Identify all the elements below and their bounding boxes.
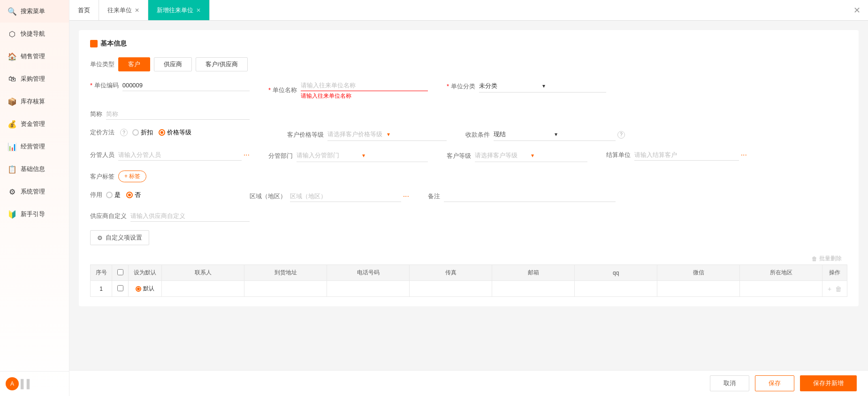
payment-terms-chevron: ▾	[555, 131, 616, 138]
row-checkbox[interactable]	[117, 285, 123, 291]
pricing-label: 定价方法	[90, 128, 114, 137]
cell-no: 1	[91, 281, 112, 297]
save-new-button[interactable]: 保存并新增	[800, 375, 857, 391]
remark-input[interactable]	[444, 191, 616, 202]
payment-terms-help-icon[interactable]: ?	[617, 131, 625, 139]
disable-yes[interactable]: 是	[106, 191, 121, 199]
finance-icon: 💰	[8, 119, 17, 129]
cell-phone[interactable]	[327, 281, 410, 297]
cancel-button[interactable]: 取消	[710, 375, 749, 391]
col-fax: 传真	[410, 265, 492, 281]
short-name-input[interactable]	[106, 109, 250, 120]
fax-input[interactable]	[414, 286, 487, 292]
col-region: 所在地区	[740, 265, 822, 281]
settlement-label: 结算单位	[606, 151, 631, 159]
close-all-tabs[interactable]: ✕	[846, 0, 868, 20]
supplier-custom-input[interactable]	[130, 210, 250, 222]
search-menu-icon: 🔍	[8, 7, 17, 16]
pricing-price-level[interactable]: 价格等级	[159, 128, 191, 137]
manager-more-btn[interactable]: ···	[244, 151, 250, 159]
custom-settings-button[interactable]: ⚙ 自定义项设置	[90, 230, 149, 245]
sidebar-item-search[interactable]: 🔍 搜索菜单	[0, 0, 69, 23]
unit-code-label: 单位编码	[90, 81, 119, 90]
section-title-icon	[90, 40, 98, 47]
address-input[interactable]	[249, 286, 322, 292]
sidebar-item-sales[interactable]: 🏠 销售管理	[0, 45, 69, 68]
customer-tag-label: 客户标签	[90, 172, 114, 181]
cell-wechat[interactable]	[657, 281, 740, 297]
department-field: 分管部门 请输入分管部门 ▾	[268, 149, 428, 162]
region-input[interactable]	[290, 191, 401, 202]
col-phone: 电话号码	[327, 265, 410, 281]
remark-label: 备注	[428, 192, 440, 201]
manager-input[interactable]	[118, 149, 242, 161]
sidebar-item-system[interactable]: ⚙ 系统管理	[0, 180, 69, 203]
sidebar-item-guide[interactable]: 🔰 新手引导	[0, 203, 69, 225]
default-radio[interactable]	[136, 286, 141, 292]
sidebar-item-finance[interactable]: 💰 资金管理	[0, 113, 69, 135]
payment-terms-select[interactable]: 现结 ▾	[494, 128, 616, 141]
unit-type-both[interactable]: 客户/供应商	[196, 57, 248, 71]
tab-add-unit-close[interactable]: ✕	[196, 8, 201, 13]
unit-category-select[interactable]: 未分类 ▾	[479, 80, 606, 93]
table-header: 序号 设为默认 联系人 到货地址 电话号码 传真 邮箱 qq 微信 所在地区 操…	[91, 265, 847, 281]
unit-type-group: 客户 供应商 客户/供应商	[118, 57, 248, 71]
cell-region[interactable]	[740, 281, 822, 297]
tab-transaction-units-close[interactable]: ✕	[135, 8, 139, 13]
sidebar-item-inventory[interactable]: 📦 库存核算	[0, 90, 69, 113]
sidebar-bottom: A ▌▌	[0, 371, 69, 396]
sidebar-item-operations[interactable]: 📊 经营管理	[0, 135, 69, 158]
cell-address[interactable]	[244, 281, 327, 297]
phone-input[interactable]	[332, 286, 404, 292]
save-button[interactable]: 保存	[755, 375, 794, 391]
cell-qq[interactable]	[575, 281, 657, 297]
unit-type-supplier[interactable]: 供应商	[154, 57, 192, 71]
sidebar-item-purchase[interactable]: 🛍 采购管理	[0, 68, 69, 90]
short-name-label: 简称	[90, 110, 102, 118]
settlement-input[interactable]	[634, 149, 739, 161]
pricing-help-icon[interactable]: ?	[120, 129, 128, 136]
region-more-btn[interactable]: ···	[403, 192, 409, 201]
qq-input[interactable]	[579, 286, 652, 292]
customer-level-select[interactable]: 请选择客户等级 ▾	[475, 149, 587, 162]
disable-region-row: 停用 是 否 区域（地区）	[90, 191, 847, 202]
customer-price-level-select[interactable]: 请选择客户价格等级 ▾	[327, 128, 447, 141]
supplier-custom-field: 供应商自定义	[90, 210, 250, 222]
sidebar-item-basic-info[interactable]: 📋 基础信息	[0, 158, 69, 180]
row-region-input[interactable]	[745, 286, 817, 292]
sidebar-item-quick-nav[interactable]: ⬡ 快捷导航	[0, 23, 69, 45]
short-name-field: 简称	[90, 109, 250, 120]
tab-add-unit[interactable]: 新增往来单位 ✕	[148, 0, 210, 20]
unit-name-input[interactable]	[301, 80, 428, 91]
disable-no[interactable]: 否	[126, 191, 141, 199]
sidebar-bottom-bar: ▌▌	[21, 379, 33, 389]
payment-terms-label: 收款条件	[465, 131, 490, 139]
code-name-category-row: 单位编码 单位名称 请输入往来单位名称 单位分类	[90, 80, 847, 100]
cell-default: 默认	[129, 281, 162, 297]
batch-delete-btn[interactable]: 🗑 批量删除	[812, 255, 842, 263]
cell-fax[interactable]	[410, 281, 492, 297]
tab-transaction-units[interactable]: 往来单位 ✕	[99, 0, 148, 20]
wechat-input[interactable]	[662, 286, 735, 292]
cell-contact[interactable]	[162, 281, 244, 297]
short-name-row: 简称	[90, 109, 847, 120]
unit-name-error: 请输入往来单位名称	[301, 92, 428, 100]
quick-nav-icon: ⬡	[8, 29, 17, 39]
delete-row-btn[interactable]: 🗑	[835, 285, 842, 293]
email-input[interactable]	[497, 286, 570, 292]
tab-home[interactable]: 首页	[69, 0, 99, 20]
settlement-more-btn[interactable]: ···	[741, 151, 747, 159]
department-select[interactable]: 请输入分管部门 ▾	[297, 149, 428, 162]
col-qq: qq	[575, 265, 657, 281]
add-tag-button[interactable]: + 标签	[118, 171, 146, 182]
add-row-btn[interactable]: +	[828, 285, 831, 293]
unit-type-customer[interactable]: 客户	[118, 57, 150, 71]
select-all-checkbox[interactable]	[117, 269, 123, 275]
contact-input[interactable]	[167, 286, 239, 292]
unit-category-chevron: ▾	[542, 83, 606, 89]
cell-email[interactable]	[492, 281, 575, 297]
unit-code-input[interactable]	[122, 80, 250, 91]
customer-price-chevron: ▾	[387, 131, 447, 138]
unit-category-field: 单位分类 未分类 ▾	[447, 80, 606, 93]
pricing-discount[interactable]: 折扣	[132, 128, 153, 137]
